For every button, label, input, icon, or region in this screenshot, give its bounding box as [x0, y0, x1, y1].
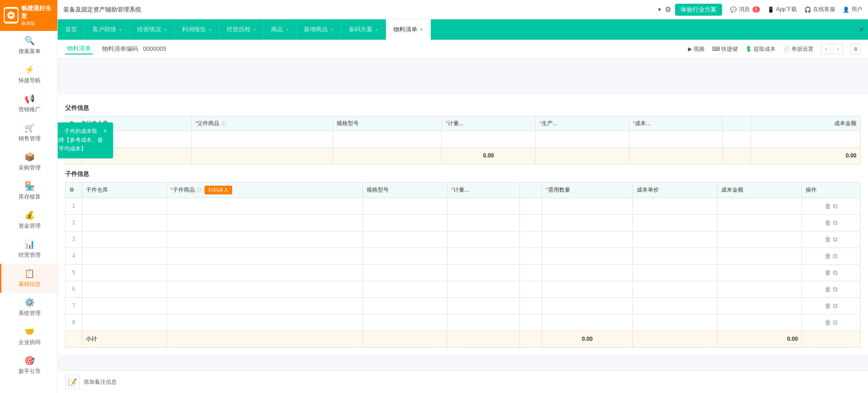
- tab-goods-close[interactable]: ×: [286, 27, 289, 32]
- child-row7-unit[interactable]: [447, 297, 520, 314]
- tab-profit[interactable]: 利润报告 ×: [175, 19, 219, 40]
- delete-row-icon[interactable]: 🗑: [825, 236, 831, 243]
- sidebar-item-operations[interactable]: 📊 经营管理: [0, 235, 57, 264]
- copy-row-icon[interactable]: ⧉: [833, 236, 838, 243]
- child-row8-warehouse[interactable]: [82, 314, 167, 331]
- system-dropdown[interactable]: ▾: [658, 6, 661, 13]
- delete-row-icon[interactable]: 🗑: [825, 219, 831, 227]
- tab-biz-history-close[interactable]: ×: [253, 27, 256, 32]
- child-row1-unit[interactable]: [447, 198, 520, 214]
- child-row8-qty[interactable]: [542, 314, 633, 331]
- user-button[interactable]: 👤 用户: [843, 6, 862, 13]
- add-note-icon[interactable]: 📝: [65, 375, 80, 389]
- sidebar-item-purchase[interactable]: 📦 采购管理: [0, 147, 57, 176]
- sidebar-item-basic-info[interactable]: 📋 基础信息: [0, 264, 57, 293]
- tab-operations-status-close[interactable]: ×: [164, 27, 167, 32]
- child-row5-spec[interactable]: [363, 264, 447, 281]
- child-row4-spec[interactable]: [363, 248, 447, 264]
- child-row2-spec[interactable]: [363, 214, 447, 231]
- list-view-button[interactable]: ≡: [850, 44, 861, 54]
- child-row3-goods[interactable]: [167, 231, 363, 248]
- child-row1-warehouse[interactable]: [82, 198, 167, 214]
- online-service-button[interactable]: 🎧 在线客服: [804, 6, 835, 13]
- app-download-button[interactable]: 📱 App下载: [767, 6, 797, 13]
- child-row3-unit[interactable]: [447, 231, 520, 248]
- child-row6-spec[interactable]: [363, 281, 447, 297]
- parent-row1-cost[interactable]: [629, 131, 723, 147]
- delete-row-icon[interactable]: 🗑: [825, 269, 831, 277]
- copy-row-icon[interactable]: ⧉: [833, 285, 838, 293]
- sidebar-item-system[interactable]: ⚙️ 系统管理: [0, 293, 57, 322]
- close-all-tabs[interactable]: ✕: [859, 26, 864, 33]
- child-row5-goods[interactable]: [167, 264, 363, 281]
- single-settings-action[interactable]: 📄 单据设置: [783, 45, 814, 53]
- tab-barcode-close[interactable]: ×: [375, 27, 378, 32]
- tab-goods[interactable]: 商品 ×: [264, 19, 296, 40]
- copy-row-icon[interactable]: ⧉: [833, 302, 838, 310]
- copy-row-icon[interactable]: ⧉: [833, 269, 838, 277]
- child-row1-goods[interactable]: [167, 198, 363, 214]
- tab-profit-close[interactable]: ×: [209, 27, 211, 32]
- child-row3-unit-cost[interactable]: [633, 231, 717, 248]
- nav-prev-button[interactable]: ‹: [821, 44, 831, 54]
- parent-row1-spec[interactable]: [332, 131, 442, 147]
- child-row8-unit-cost[interactable]: [633, 314, 717, 331]
- child-row8-unit[interactable]: [447, 314, 520, 331]
- child-row2-qty[interactable]: [542, 214, 633, 231]
- child-row5-unit[interactable]: [447, 264, 520, 281]
- tab-new-goods[interactable]: 新增商品 ×: [296, 19, 341, 40]
- sidebar-item-sales[interactable]: 🛒 销售管理: [0, 118, 57, 147]
- child-row8-spec[interactable]: [363, 314, 447, 331]
- tab-bom-close[interactable]: ×: [420, 27, 423, 32]
- copy-row-icon[interactable]: ⧉: [833, 252, 838, 260]
- cost-action[interactable]: 💲 提取成本: [745, 45, 776, 53]
- delete-row-icon[interactable]: 🗑: [825, 202, 831, 210]
- tab-new-goods-close[interactable]: ×: [331, 27, 333, 32]
- parent-row1-unit[interactable]: [442, 131, 536, 147]
- child-row2-goods[interactable]: [167, 214, 363, 231]
- child-row6-unit-cost[interactable]: [633, 281, 717, 297]
- child-row3-spec[interactable]: [363, 231, 447, 248]
- add-note-label[interactable]: 添加备注信息: [84, 378, 117, 386]
- child-row7-spec[interactable]: [363, 297, 447, 314]
- sub-tab-bom-code[interactable]: 物料清单编码 0000005: [100, 44, 168, 54]
- child-row4-goods[interactable]: [167, 248, 363, 264]
- tab-customer[interactable]: 客户联络 ×: [85, 19, 130, 40]
- view-action[interactable]: ▶ 视频: [688, 45, 705, 53]
- sidebar-item-marketing[interactable]: 📢 营销推广: [0, 89, 57, 118]
- sub-tab-bom-list[interactable]: 物料清单: [65, 43, 93, 54]
- child-row6-qty[interactable]: [542, 281, 633, 297]
- delete-row-icon[interactable]: 🗑: [825, 285, 831, 293]
- experience-button[interactable]: 体验行业方案: [675, 4, 722, 16]
- child-row7-warehouse[interactable]: [82, 297, 167, 314]
- shortcut-action[interactable]: ⌨ 快捷键: [712, 45, 738, 53]
- child-row1-qty[interactable]: [542, 198, 633, 214]
- child-row1-spec[interactable]: [363, 198, 447, 214]
- delete-row-icon[interactable]: 🗑: [825, 302, 831, 310]
- child-row2-unit-cost[interactable]: [633, 214, 717, 231]
- child-row4-warehouse[interactable]: [82, 248, 167, 264]
- child-row3-qty[interactable]: [542, 231, 633, 248]
- sidebar-item-inventory[interactable]: 🏪 库存核算: [0, 176, 57, 206]
- copy-row-icon[interactable]: ⧉: [833, 319, 838, 326]
- sidebar-item-quick-nav[interactable]: ⚡ 快捷导航: [0, 60, 57, 89]
- delete-row-icon[interactable]: 🗑: [825, 319, 831, 326]
- child-row6-unit[interactable]: [447, 281, 520, 297]
- nav-next-button[interactable]: ›: [833, 44, 843, 54]
- child-row2-unit[interactable]: [447, 214, 520, 231]
- child-row6-goods[interactable]: [167, 281, 363, 297]
- child-row1-unit-cost[interactable]: [633, 198, 717, 214]
- scan-input-button[interactable]: 扫码录入: [205, 186, 232, 194]
- tab-operations-status[interactable]: 经营情况 ×: [130, 19, 175, 40]
- child-row7-unit-cost[interactable]: [633, 297, 717, 314]
- child-row8-goods[interactable]: [167, 314, 363, 331]
- child-row2-warehouse[interactable]: [82, 214, 167, 231]
- child-row6-warehouse[interactable]: [82, 281, 167, 297]
- copy-row-icon[interactable]: ⧉: [833, 219, 838, 227]
- sidebar-item-finance[interactable]: 💰 资金管理: [0, 206, 57, 235]
- child-row3-warehouse[interactable]: [82, 231, 167, 248]
- child-row5-unit-cost[interactable]: [633, 264, 717, 281]
- parent-row1-produce[interactable]: [535, 131, 629, 147]
- child-row4-unit[interactable]: [447, 248, 520, 264]
- logo[interactable]: 畅捷通好生意 标准版: [0, 0, 57, 31]
